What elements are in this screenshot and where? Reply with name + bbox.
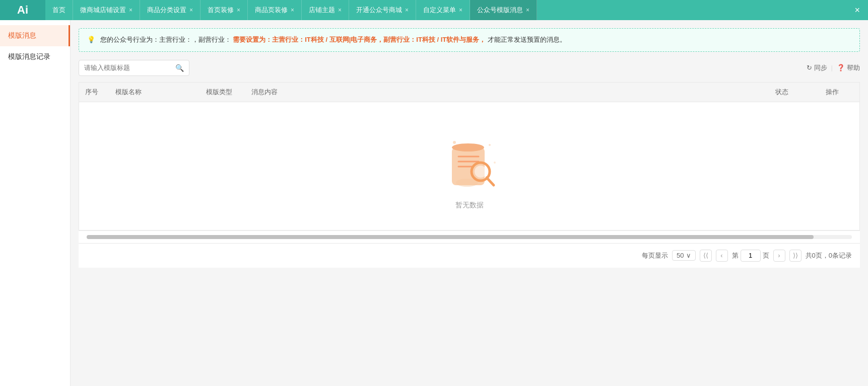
tab-close-product-decor[interactable]: × bbox=[291, 7, 294, 14]
search-input[interactable] bbox=[84, 64, 175, 71]
next-page-button[interactable]: › bbox=[773, 250, 785, 262]
page-number-input[interactable] bbox=[741, 250, 761, 262]
notice-suffix: 才能正常发送预置的消息。 bbox=[488, 36, 566, 43]
svg-point-7 bbox=[475, 166, 487, 178]
nav-tab-template-msg[interactable]: 公众号模版消息× bbox=[470, 0, 537, 20]
brand-logo: Ai bbox=[0, 0, 45, 20]
page-unit: 页 bbox=[763, 251, 769, 260]
sidebar: 模版消息模版消息记录 bbox=[0, 20, 71, 386]
last-page-icon: ⟩⟩ bbox=[793, 252, 798, 259]
page-size-select[interactable]: 50 ∨ bbox=[672, 250, 695, 261]
top-nav: Ai 首页微商城店铺设置×商品分类设置×首页装修×商品页装修×店铺主题×开通公众… bbox=[0, 0, 868, 20]
page-size-chevron: ∨ bbox=[686, 252, 691, 259]
notice-prefix: 您的公众号行业为：主营行业：，副营行业： bbox=[100, 36, 231, 43]
page-input-wrap: 第 页 bbox=[732, 250, 769, 262]
data-table: 序号模版名称模版类型消息内容状态操作 bbox=[79, 82, 860, 230]
tab-close-template-msg[interactable]: × bbox=[526, 7, 529, 14]
col-header-type: 模版类型 bbox=[200, 82, 245, 102]
help-label: 帮助 bbox=[847, 63, 860, 72]
toolbar: 🔍 ↻ 同步 | ❓ 帮助 bbox=[79, 60, 860, 76]
page-size-label: 每页显示 bbox=[642, 251, 668, 260]
help-icon: ❓ bbox=[837, 64, 845, 71]
toolbar-right: ↻ 同步 | ❓ 帮助 bbox=[807, 63, 860, 72]
svg-line-8 bbox=[487, 178, 494, 185]
col-header-name: 模版名称 bbox=[109, 82, 200, 102]
table-header-row: 序号模版名称模版类型消息内容状态操作 bbox=[79, 82, 860, 102]
col-header-index: 序号 bbox=[79, 82, 109, 102]
scroll-track[interactable] bbox=[87, 235, 852, 239]
tab-close-product-category[interactable]: × bbox=[189, 7, 193, 14]
help-button[interactable]: ❓ 帮助 bbox=[837, 63, 860, 72]
col-header-action: 操作 bbox=[820, 82, 860, 102]
sync-button[interactable]: ↻ 同步 bbox=[807, 63, 827, 72]
empty-text: 暂无数据 bbox=[89, 201, 849, 210]
total-info: 共0页，0条记录 bbox=[806, 251, 852, 260]
nav-tab-home-decor[interactable]: 首页装修× bbox=[201, 0, 248, 20]
content-area: 💡 您的公众号行业为：主营行业：，副营行业： 需要设置为：主营行业：IT科技 /… bbox=[71, 20, 868, 386]
nav-tabs: 首页微商城店铺设置×商品分类设置×首页装修×商品页装修×店铺主题×开通公众号商城… bbox=[45, 0, 846, 20]
sync-label: 同步 bbox=[814, 63, 827, 72]
search-box: 🔍 bbox=[79, 60, 189, 76]
nav-tab-product-decor[interactable]: 商品页装修× bbox=[248, 0, 302, 20]
nav-tab-product-category[interactable]: 商品分类设置× bbox=[140, 0, 201, 20]
scroll-area[interactable] bbox=[79, 230, 860, 243]
toolbar-divider: | bbox=[831, 64, 833, 71]
svg-point-2 bbox=[452, 143, 484, 151]
prev-page-icon: ‹ bbox=[720, 252, 722, 259]
page-prefix: 第 bbox=[732, 251, 739, 260]
nav-tab-wechat-shop[interactable]: 微商城店铺设置× bbox=[73, 0, 140, 20]
tab-close-store-theme[interactable]: × bbox=[338, 7, 342, 14]
nav-tab-store-theme[interactable]: 店铺主题× bbox=[302, 0, 349, 20]
sidebar-item-template-msg[interactable]: 模版消息 bbox=[0, 25, 70, 46]
first-page-icon: ⟨⟨ bbox=[703, 252, 708, 259]
pagination-bar: 每页显示 50 ∨ ⟨⟨ ‹ 第 页 › ⟩⟩ 共0页，0条记录 bbox=[79, 243, 860, 268]
empty-illustration bbox=[439, 132, 500, 193]
notice-banner: 💡 您的公众号行业为：主营行业：，副营行业： 需要设置为：主营行业：IT科技 /… bbox=[79, 28, 860, 52]
prev-page-button[interactable]: ‹ bbox=[716, 250, 728, 262]
tab-close-home-decor[interactable]: × bbox=[237, 7, 240, 14]
sync-icon: ↻ bbox=[807, 64, 812, 71]
tab-close-custom-menu[interactable]: × bbox=[459, 7, 462, 14]
notice-icon: 💡 bbox=[87, 36, 95, 43]
page-size-value: 50 bbox=[677, 252, 684, 259]
notice-highlight: 需要设置为：主营行业：IT科技 / 互联网|电子商务，副营行业：IT科技 / I… bbox=[233, 36, 486, 43]
sidebar-item-template-msg-record[interactable]: 模版消息记录 bbox=[0, 46, 70, 67]
nav-tab-custom-menu[interactable]: 自定义菜单× bbox=[416, 0, 470, 20]
search-icon[interactable]: 🔍 bbox=[175, 64, 184, 72]
nav-tab-open-mall[interactable]: 开通公众号商城× bbox=[349, 0, 416, 20]
first-page-button[interactable]: ⟨⟨ bbox=[700, 250, 712, 262]
main-layout: 模版消息模版消息记录 💡 您的公众号行业为：主营行业：，副营行业： 需要设置为：… bbox=[0, 20, 868, 386]
table-body: 暂无数据 bbox=[79, 102, 860, 230]
close-all-button[interactable]: × bbox=[846, 5, 868, 16]
svg-point-11 bbox=[494, 162, 496, 164]
tab-close-open-mall[interactable]: × bbox=[405, 7, 409, 14]
tab-close-wechat-shop[interactable]: × bbox=[129, 7, 132, 14]
svg-point-9 bbox=[453, 141, 456, 144]
col-header-status: 状态 bbox=[769, 82, 820, 102]
scroll-thumb[interactable] bbox=[87, 235, 814, 239]
empty-state: 暂无数据 bbox=[79, 102, 859, 230]
next-page-icon: › bbox=[778, 252, 780, 259]
last-page-button[interactable]: ⟩⟩ bbox=[789, 250, 802, 262]
svg-point-10 bbox=[489, 144, 491, 146]
nav-tab-home[interactable]: 首页 bbox=[45, 0, 73, 20]
col-header-content: 消息内容 bbox=[245, 82, 769, 102]
